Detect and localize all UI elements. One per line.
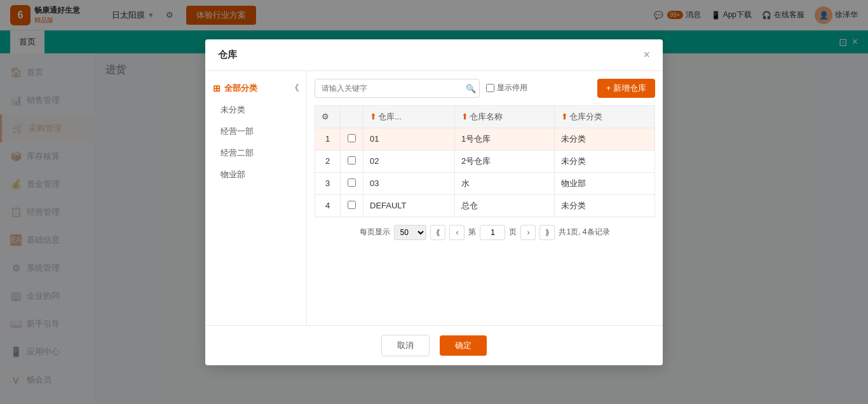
col-header-name: ⬆仓库名称 [454,105,555,128]
row-name: 2号仓库 [454,150,555,172]
col-header-check [341,105,363,128]
category-panel: ⊞ 全部分类 《 未分类 经营一部 经营二部 物业部 [205,71,307,325]
next-page-button[interactable]: › [520,225,536,240]
row-num: 1 [315,128,341,150]
row-code: 03 [363,172,455,194]
row-category: 未分类 [555,150,655,172]
table-row[interactable]: 4 DEFAULT 总仓 未分类 [315,194,655,217]
show-disabled-checkbox[interactable] [486,84,494,92]
table-toolbar: 🔍 显示停用 + 新增仓库 [315,79,655,98]
add-warehouse-button[interactable]: + 新增仓库 [597,79,655,98]
prev-page-button[interactable]: ‹ [449,225,465,240]
table-row[interactable]: 3 03 水 物业部 [315,172,655,194]
category-header[interactable]: ⊞ 全部分类 《 [205,77,306,99]
last-page-button[interactable]: ⟫ [539,225,555,240]
row-num: 2 [315,150,341,172]
cancel-button[interactable]: 取消 [381,335,430,356]
collapse-icon[interactable]: 《 [290,83,299,94]
row-check[interactable] [341,172,363,194]
category-item-property[interactable]: 物业部 [205,164,306,185]
modal-body: ⊞ 全部分类 《 未分类 经营一部 经营二部 物业部 🔍 [205,71,663,325]
row-name: 1号仓库 [454,128,555,150]
row-code: 02 [363,150,455,172]
per-page-select[interactable]: 50 100 200 [394,225,426,240]
row-check[interactable] [341,194,363,217]
modal-footer: 取消 确定 [205,325,663,365]
modal-header: 仓库 × [205,39,663,71]
modal-overlay: 仓库 × ⊞ 全部分类 《 未分类 经营一部 经营二部 物业部 [0,0,868,404]
modal-title: 仓库 [218,49,237,61]
first-page-button[interactable]: ⟪ [430,225,445,240]
confirm-button[interactable]: 确定 [440,335,487,356]
show-disabled-wrap: 显示停用 [486,83,527,93]
search-icon[interactable]: 🔍 [466,83,476,93]
pagination-bar: 每页显示 50 100 200 ⟪ ‹ 第 页 › ⟫ 共1页, 4条记录 [315,217,655,243]
category-item-ops2[interactable]: 经营二部 [205,142,306,164]
col-header-code: ⬆仓库... [363,105,455,128]
row-name: 总仓 [454,194,555,217]
modal-close-button[interactable]: × [643,48,650,62]
table-row[interactable]: 2 02 2号仓库 未分类 [315,150,655,172]
row-name: 水 [454,172,555,194]
row-num: 4 [315,194,341,217]
category-item-ops1[interactable]: 经营一部 [205,121,306,142]
row-check[interactable] [341,128,363,150]
row-code: DEFAULT [363,194,455,217]
warehouse-table: ⚙ ⬆仓库... ⬆仓库名称 ⬆仓库分类 1 01 1号仓库 未分类 2 02 [315,105,655,217]
row-check[interactable] [341,150,363,172]
row-category: 未分类 [555,128,655,150]
grid-icon: ⊞ [213,83,220,93]
search-input[interactable] [315,79,480,98]
warehouse-modal: 仓库 × ⊞ 全部分类 《 未分类 经营一部 经营二部 物业部 [205,39,663,365]
row-num: 3 [315,172,341,194]
table-panel: 🔍 显示停用 + 新增仓库 ⚙ ⬆仓库... [307,71,663,325]
col-header-category: ⬆仓库分类 [555,105,655,128]
page-input[interactable] [480,225,505,240]
row-code: 01 [363,128,455,150]
table-row[interactable]: 1 01 1号仓库 未分类 [315,128,655,150]
search-wrap: 🔍 [315,79,480,98]
row-category: 物业部 [555,172,655,194]
col-header-settings: ⚙ [315,105,341,128]
row-category: 未分类 [555,194,655,217]
category-item-unclassified[interactable]: 未分类 [205,99,306,121]
